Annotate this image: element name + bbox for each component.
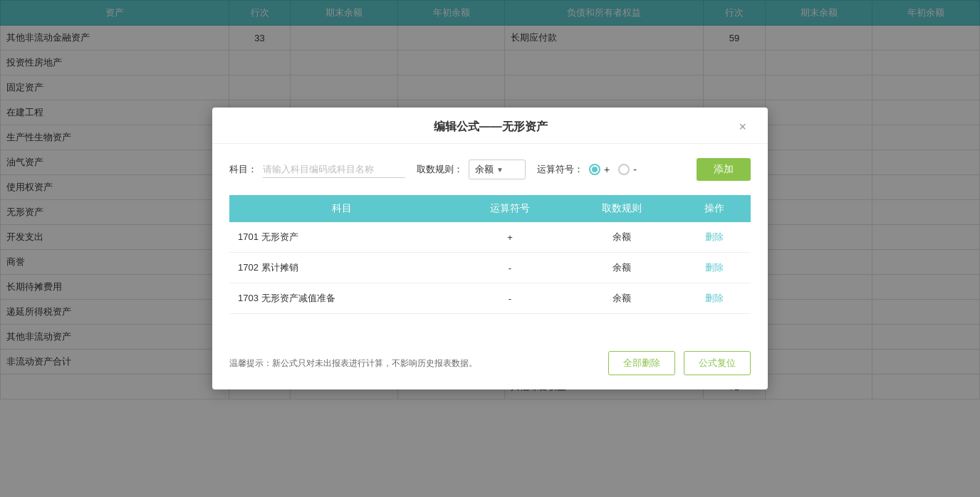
th-operator: 运算符号 (454, 195, 565, 222)
formula-subject: 1701 无形资产 (229, 222, 454, 253)
formula-operator: + (454, 222, 565, 253)
formula-action: 删除 (678, 283, 751, 314)
footer-tip: 温馨提示：新公式只对未出报表进行计算，不影响历史报表数据。 (229, 357, 477, 370)
modal-title: 编辑公式——无形资产 (246, 120, 734, 135)
list-item: 1703 无形资产减值准备 - 余额 删除 (229, 283, 751, 314)
radio-plus[interactable]: + (589, 164, 610, 175)
list-item: 1702 累计摊销 - 余额 删除 (229, 253, 751, 283)
delete-all-button[interactable]: 全部删除 (608, 351, 675, 375)
close-button[interactable]: × (734, 119, 751, 135)
list-item: 1701 无形资产 + 余额 删除 (229, 222, 751, 253)
radio-minus-circle (618, 164, 630, 175)
radio-plus-label: + (604, 164, 610, 175)
subject-label: 科目： (229, 163, 257, 176)
modal-footer: 温馨提示：新公式只对未出报表进行计算，不影响历史报表数据。 全部删除 公式复位 (212, 342, 768, 389)
subject-group: 科目： (229, 161, 405, 178)
operator-group: 运算符号： + - (537, 163, 637, 176)
delete-row-button[interactable]: 删除 (705, 231, 724, 242)
th-rule: 取数规则 (566, 195, 678, 222)
table-header-row: 科目 运算符号 取数规则 操作 (229, 195, 751, 222)
add-button[interactable]: 添加 (697, 158, 751, 181)
formula-subject: 1703 无形资产减值准备 (229, 283, 454, 314)
formula-rule: 余额 (566, 283, 678, 314)
radio-minus[interactable]: - (618, 164, 637, 175)
modal-header: 编辑公式——无形资产 × (212, 108, 768, 144)
radio-minus-label: - (633, 164, 637, 175)
th-action: 操作 (678, 195, 751, 222)
modal-body: 科目： 取数规则： 余额 ▼ 运算符号： + (212, 144, 768, 342)
subject-input[interactable] (263, 161, 405, 178)
delete-row-button[interactable]: 删除 (705, 262, 724, 273)
formula-subject: 1702 累计摊销 (229, 253, 454, 283)
th-subject: 科目 (229, 195, 454, 222)
formula-rule: 余额 (566, 222, 678, 253)
rule-select[interactable]: 余额 ▼ (469, 159, 526, 179)
formula-action: 删除 (678, 253, 751, 283)
formula-operator: - (454, 253, 565, 283)
edit-formula-modal: 编辑公式——无形资产 × 科目： 取数规则： 余额 ▼ 运算 (212, 108, 768, 389)
formula-operator: - (454, 283, 565, 314)
modal-overlay: 编辑公式——无形资产 × 科目： 取数规则： 余额 ▼ 运算 (0, 0, 980, 497)
footer-buttons: 全部删除 公式复位 (608, 351, 751, 375)
rule-group: 取数规则： 余额 ▼ (417, 159, 526, 179)
formula-action: 删除 (678, 222, 751, 253)
reset-formula-button[interactable]: 公式复位 (684, 351, 751, 375)
form-row: 科目： 取数规则： 余额 ▼ 运算符号： + (229, 158, 751, 181)
dropdown-arrow-icon: ▼ (496, 166, 504, 174)
rule-label: 取数规则： (417, 163, 463, 176)
formula-rule: 余额 (566, 253, 678, 283)
rule-select-value: 余额 (475, 163, 494, 176)
formula-table: 科目 运算符号 取数规则 操作 1701 无形资产 + 余额 删除 1702 累… (229, 195, 751, 314)
radio-plus-circle (589, 164, 600, 175)
operator-radio-group: + - (589, 164, 637, 175)
operator-label: 运算符号： (537, 163, 583, 176)
delete-row-button[interactable]: 删除 (705, 293, 724, 303)
